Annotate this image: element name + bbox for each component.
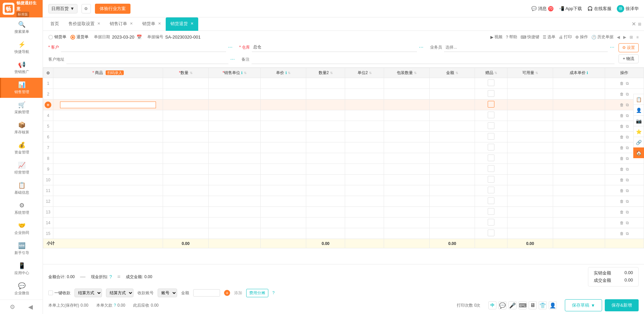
qty2-cell[interactable] [306,100,345,110]
avail-cell[interactable] [507,89,553,100]
qty-cell[interactable] [163,89,209,100]
salesperson-select-icon[interactable]: ··· [610,44,614,50]
customer-select-icon[interactable]: ··· [228,44,232,50]
copy-icon[interactable]: ⧉ [626,135,629,139]
shortcut-btn[interactable]: ⌨ 快捷键 [521,34,539,40]
copy-icon[interactable]: ⧉ [626,231,629,236]
tab-price-settings[interactable]: 售价提取设置 ✕ [64,17,105,31]
warehouse-select-icon[interactable]: ··· [419,44,423,50]
cost-cell[interactable] [553,100,605,110]
avail-cell[interactable] [507,100,553,110]
cost-cell[interactable] [553,89,605,100]
copy-icon[interactable]: ⧉ [626,81,629,86]
salesperson-input[interactable] [444,43,608,52]
copy-icon[interactable]: ⧉ [626,178,629,182]
th-settings[interactable]: ⚙ [43,68,53,78]
unit2-cell[interactable] [345,78,384,89]
sidebar-item-basic-info[interactable]: 📋 基础信息 [0,178,43,198]
delete-icon[interactable]: 🗑 [620,221,624,225]
gift-checkbox[interactable] [488,176,494,183]
sidebar-item-shortcut[interactable]: ⚡ 快捷导航 [0,38,43,58]
sidebar-item-newbie[interactable]: 🆕 新手引导 [0,239,43,259]
delete-icon[interactable]: 🗑 [620,156,624,161]
delete-icon[interactable]: 🗑 [620,135,624,139]
gift-checkbox[interactable] [488,187,494,193]
radio-return[interactable]: 退货单 [70,34,89,40]
online-service[interactable]: 🎧 在线客服 [587,6,611,12]
tab-close-icon[interactable]: ✕ [158,21,161,26]
sidebar-item-system[interactable]: ⚙ 系统管理 [0,198,43,218]
copy-icon[interactable]: ⧉ [626,167,629,172]
breadcrumb-select[interactable]: 日用百货 ▼ [48,4,77,13]
gift-checkbox[interactable] [488,122,494,129]
maximize-icon[interactable]: ⊞ [638,22,641,26]
operation-btn[interactable]: ⚙ 操作 [575,34,588,40]
gift-checkbox[interactable] [488,197,494,204]
delete-icon[interactable]: 🗑 [620,178,624,182]
delete-icon[interactable]: 🗑 [620,81,624,86]
tab-sales-return[interactable]: 销货退货 ✕ [166,17,198,31]
help-btn[interactable]: ? 帮助 [506,34,517,40]
message-center[interactable]: 💬 消息 70 [531,6,553,12]
copy-icon[interactable]: ⧉ [626,103,629,107]
settlement-select[interactable]: 结算方式 [74,289,102,297]
panel-btn-note[interactable]: 📋 [633,94,644,105]
pkg-cell[interactable] [384,78,430,89]
amount-cell[interactable] [429,100,475,110]
tab-sales-invoice[interactable]: 销货单 ✕ [138,17,166,31]
copy-icon[interactable]: ⧉ [626,199,629,204]
product-cell-active[interactable] [53,100,163,110]
amount-input[interactable] [193,289,220,297]
gift-checkbox[interactable] [488,208,494,215]
scan-button[interactable]: 扫码录入 [106,70,124,75]
print-btn[interactable]: 🖨 打印 [559,34,572,40]
copy-icon[interactable]: ⧉ [626,210,629,214]
select-btn[interactable]: ☰ 选单 [543,34,555,40]
unit2-cell[interactable] [345,89,384,100]
delete-icon[interactable]: 🗑 [620,113,624,118]
address-input[interactable] [66,55,228,64]
sidebar-item-app-center[interactable]: 📱 应用中心 [0,259,43,279]
product-cell[interactable] [53,89,163,100]
trial-button[interactable]: 体验行业方案 [95,4,130,14]
next-record-icon[interactable]: ▶ [623,35,626,40]
customer-input[interactable] [61,43,226,52]
gift-checkbox[interactable] [488,101,494,108]
add-row-button[interactable]: + [45,102,51,108]
expense-split-button[interactable]: 费用分摊 [246,289,268,297]
price-cell[interactable] [261,100,306,110]
unit2-cell[interactable] [345,100,384,110]
panel-btn-active[interactable]: 🏠 [633,147,644,158]
delete-icon[interactable]: 🗑 [620,92,624,97]
pkg-cell[interactable] [384,100,430,110]
tab-close-icon[interactable]: ✕ [130,21,133,26]
pkg-cell[interactable] [384,89,430,100]
sidebar-item-search[interactable]: 🔍 搜索菜单 [0,17,43,38]
collapse-icon[interactable]: ◀ [28,303,33,311]
settings-side-button[interactable]: ⚙ 设置 [619,43,639,52]
product-cell[interactable] [53,110,163,121]
list-view-icon[interactable]: ≡ [636,35,639,40]
sidebar-item-marketing[interactable]: 📢 营销推广 [0,58,43,78]
video-btn[interactable]: ▶ 视频 [490,34,502,40]
add-payment-button[interactable]: + [224,290,230,296]
copy-icon[interactable]: ⧉ [626,221,629,225]
qty-cell[interactable] [163,100,209,110]
delete-icon[interactable]: 🗑 [620,124,624,129]
panel-btn-star[interactable]: ⭐ [633,126,644,137]
history-btn[interactable]: 🕐 历史单据 [591,34,613,40]
logistics-button[interactable]: + 物流 [619,54,639,63]
calc-method-select[interactable]: 结算方式 [106,289,133,297]
qty2-cell[interactable] [306,89,345,100]
user-profile[interactable]: 徐 徐泽华 [617,5,639,12]
save-new-button[interactable]: 保存&新增 [605,299,639,311]
avail-cell[interactable] [507,78,553,89]
save-draft-button[interactable]: 保存草稿 ▼ [565,299,602,311]
calendar-icon[interactable]: 📅 [137,35,142,40]
sidebar-item-purchase[interactable]: 🛒 采购管理 [0,98,43,118]
copy-icon[interactable]: ⧉ [626,145,629,150]
amount-cell[interactable] [429,89,475,100]
qty-cell[interactable] [163,78,209,89]
delete-icon[interactable]: 🗑 [620,231,624,236]
chat-bottom-icon[interactable]: 💬 [498,301,506,309]
